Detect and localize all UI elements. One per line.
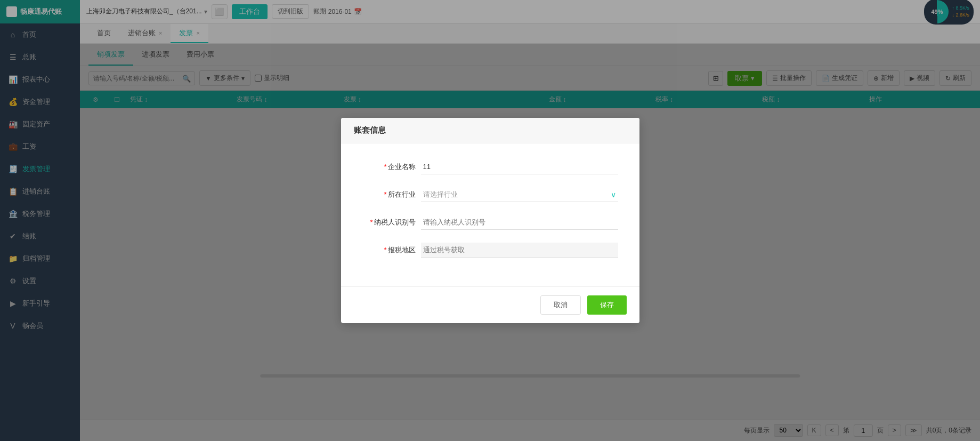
- form-row-tax-region: *报税地区: [362, 243, 618, 258]
- form-row-tax-id: *纳税人识别号: [362, 215, 618, 230]
- label-tax-region: *报税地区: [362, 245, 421, 255]
- modal-title: 账套信息: [341, 118, 639, 143]
- label-industry: *所在行业: [362, 190, 421, 199]
- tax-region-input: [421, 243, 618, 258]
- industry-select[interactable]: 请选择行业: [421, 187, 618, 202]
- form-row-industry: *所在行业 请选择行业 ∨: [362, 187, 618, 202]
- form-row-company: *企业名称: [362, 159, 618, 174]
- tax-id-input[interactable]: [421, 215, 618, 230]
- modal-footer: 取消 保存: [341, 286, 639, 323]
- company-name-input[interactable]: [421, 159, 618, 174]
- industry-dropdown-icon: ∨: [611, 190, 616, 199]
- label-tax-id: *纳税人识别号: [362, 218, 421, 227]
- industry-select-wrap: 请选择行业 ∨: [421, 187, 618, 202]
- modal-overlay: 账套信息 *企业名称 *所在行业 请选择行业 ∨: [0, 0, 980, 441]
- modal-body: *企业名称 *所在行业 请选择行业 ∨ *纳税人识别号: [341, 143, 639, 286]
- cancel-button[interactable]: 取消: [540, 295, 581, 315]
- save-button[interactable]: 保存: [587, 295, 627, 315]
- label-company: *企业名称: [362, 162, 421, 172]
- account-info-modal: 账套信息 *企业名称 *所在行业 请选择行业 ∨: [341, 118, 639, 323]
